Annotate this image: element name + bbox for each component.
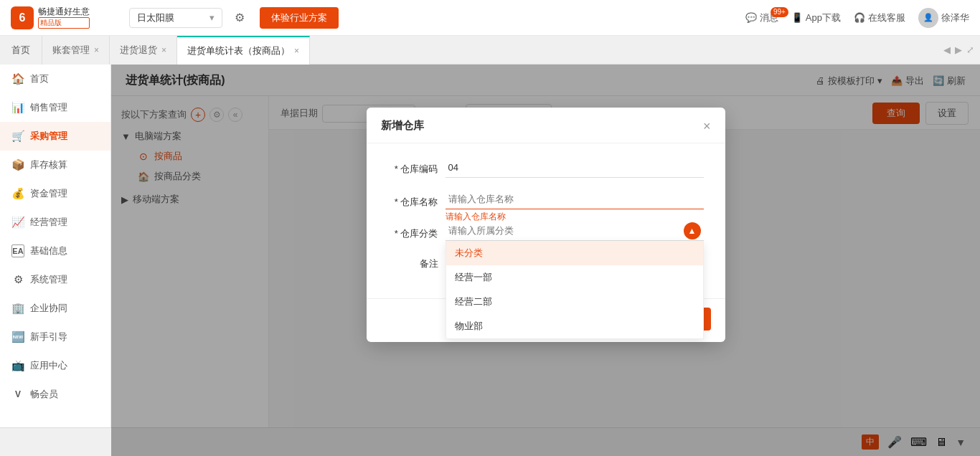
category-dropdown-icon[interactable]: ▲ (684, 222, 701, 239)
tab-accounts[interactable]: 账套管理 × (42, 36, 110, 65)
sidebar-item-member[interactable]: V 畅会员 (0, 380, 110, 409)
sidebar-item-company[interactable]: 🏢 企业协同 (0, 294, 110, 323)
purchase-icon: 🛒 (11, 130, 24, 143)
sidebar-item-finance-label: 资金管理 (30, 187, 67, 200)
online-service-button[interactable]: 🎧 在线客服 (854, 11, 905, 24)
category-dropdown-list: 未分类 经营一部 经营二部 物业部 (446, 241, 704, 339)
sidebar-item-basic-label: 基础信息 (30, 244, 67, 257)
remark-label: 备注 (388, 252, 446, 270)
avatar: 👤 (918, 8, 938, 28)
app-download-button[interactable]: 📱 App下载 (791, 11, 841, 24)
warehouse-category-input[interactable] (446, 221, 704, 241)
sidebar-item-business[interactable]: 📈 经营管理 (0, 208, 110, 237)
tab-purchase-return-close-icon[interactable]: × (161, 45, 166, 55)
sidebar-item-finance[interactable]: 💰 资金管理 (0, 179, 110, 208)
online-service-label: 在线客服 (868, 11, 905, 24)
headset-icon: 🎧 (854, 12, 865, 23)
system-icon: ⚙ (11, 273, 24, 286)
sidebar: 🏠 首页 📊 销售管理 🛒 采购管理 📦 库存核算 💰 资金管理 📈 经营管理 … (0, 65, 111, 456)
warehouse-code-label: * 仓库编码 (388, 158, 446, 176)
store-name: 日太阳膜 (137, 11, 174, 24)
modal-header: 新增仓库 × (367, 108, 725, 143)
modal-body: * 仓库编码 * 仓库名称 请输入仓库名称 * 仓 (367, 143, 725, 298)
trial-button[interactable]: 体验行业方案 (260, 7, 339, 29)
logo-area: 6 畅捷通好生意 精品版 (11, 6, 122, 29)
tab-accounts-label: 账套管理 (52, 44, 90, 57)
dropdown-item-property[interactable]: 物业部 (446, 314, 703, 338)
sidebar-item-home[interactable]: 🏠 首页 (0, 65, 110, 93)
warehouse-name-input[interactable] (446, 189, 704, 209)
home-tab-label: 首页 (11, 44, 30, 57)
sidebar-item-purchase-label: 采购管理 (30, 130, 67, 143)
tab-purchase-return[interactable]: 进货退货 × (110, 36, 177, 65)
sidebar-item-inventory-label: 库存核算 (30, 158, 67, 171)
modal-overlay: 新增仓库 × * 仓库编码 * 仓库名称 请输 (111, 65, 980, 456)
sidebar-item-guide-label: 新手引导 (30, 331, 67, 343)
finance-icon: 💰 (11, 187, 24, 200)
app-center-icon: 📺 (11, 359, 24, 372)
logo-badge: 精品版 (38, 17, 90, 29)
tab-next-icon[interactable]: ▶ (955, 44, 962, 55)
warehouse-category-label: * 仓库分类 (388, 222, 446, 240)
basic-info-icon: EA (11, 244, 24, 257)
store-selector[interactable]: 日太阳膜 ▾ (129, 8, 222, 28)
business-icon: 📈 (11, 216, 24, 229)
modal-close-button[interactable]: × (703, 120, 711, 133)
sidebar-item-guide[interactable]: 🆕 新手引导 (0, 323, 110, 351)
app-download-label: App下载 (806, 11, 841, 24)
warehouse-name-label: * 仓库名称 (388, 191, 446, 209)
message-icon: 💬 (745, 12, 757, 23)
sidebar-item-system[interactable]: ⚙ 系统管理 (0, 265, 110, 294)
tab-accounts-close-icon[interactable]: × (94, 45, 99, 55)
dropdown-item-ops1[interactable]: 经营一部 (446, 265, 703, 290)
user-profile-button[interactable]: 👤 徐泽华 (918, 8, 969, 28)
top-header: 6 畅捷通好生意 精品版 日太阳膜 ▾ ⚙ 体验行业方案 💬 消息 99+ 📱 … (0, 0, 980, 36)
warehouse-code-input[interactable] (446, 158, 704, 178)
sidebar-item-sales-label: 销售管理 (30, 101, 67, 114)
modal-title: 新增仓库 (381, 119, 424, 133)
tab-purchase-return-label: 进货退货 (120, 44, 157, 57)
sidebar-item-business-label: 经营管理 (30, 216, 67, 229)
inventory-icon: 📦 (11, 158, 24, 171)
tab-prev-icon[interactable]: ◀ (943, 44, 951, 55)
tab-home[interactable]: 首页 (0, 36, 42, 65)
warehouse-category-wrapper: ▲ 未分类 经营一部 经营二部 物业部 (446, 221, 704, 241)
sidebar-item-system-label: 系统管理 (30, 273, 67, 286)
tab-expand-icon[interactable]: ⤢ (966, 44, 974, 55)
member-icon: V (11, 388, 24, 401)
message-badge: 99+ (771, 7, 788, 17)
tab-purchase-stats[interactable]: 进货单统计表（按商品） × (177, 36, 310, 65)
sidebar-item-app-center-label: 应用中心 (30, 359, 67, 372)
guide-icon: 🆕 (11, 331, 24, 343)
tab-right-controls: ◀ ▶ ⤢ (943, 44, 980, 55)
tab-purchase-stats-label: 进货单统计表（按商品） (187, 44, 290, 57)
user-name: 徐泽华 (941, 11, 969, 24)
tab-purchase-stats-close-icon[interactable]: × (294, 46, 299, 56)
sales-icon: 📊 (11, 101, 24, 114)
sidebar-item-basic[interactable]: EA 基础信息 (0, 237, 110, 265)
dropdown-arrow-icon: ▾ (209, 12, 215, 23)
dropdown-item-unclassified[interactable]: 未分类 (446, 241, 703, 265)
sidebar-item-app-center[interactable]: 📺 应用中心 (0, 351, 110, 380)
content-area: 进货单统计(按商品) 🖨 按模板打印 ▾ 📤 导出 🔄 刷新 (111, 65, 980, 456)
sidebar-item-company-label: 企业协同 (30, 302, 67, 315)
logo-icon: 6 (11, 6, 34, 29)
sidebar-item-member-label: 畅会员 (30, 388, 58, 401)
messages-button[interactable]: 💬 消息 99+ (745, 11, 778, 24)
dropdown-item-ops2[interactable]: 经营二部 (446, 290, 703, 314)
logo-text: 畅捷通好生意 (38, 6, 90, 18)
sidebar-item-sales[interactable]: 📊 销售管理 (0, 93, 110, 122)
home-icon: 🏠 (11, 72, 24, 85)
sidebar-item-home-label: 首页 (30, 72, 49, 85)
sidebar-item-purchase[interactable]: 🛒 采购管理 (0, 122, 110, 151)
warehouse-category-row: * 仓库分类 ▲ 未分类 经营一部 经营二部 物业部 (388, 221, 704, 241)
warehouse-modal: 新增仓库 × * 仓库编码 * 仓库名称 请输 (367, 108, 725, 342)
phone-icon: 📱 (791, 12, 803, 23)
warehouse-name-row: * 仓库名称 请输入仓库名称 (388, 189, 704, 209)
settings-icon[interactable]: ⚙ (228, 6, 251, 29)
sidebar-item-inventory[interactable]: 📦 库存核算 (0, 151, 110, 179)
company-icon: 🏢 (11, 302, 24, 315)
header-right: 💬 消息 99+ 📱 App下载 🎧 在线客服 👤 徐泽华 (745, 8, 969, 28)
main-layout: 🏠 首页 📊 销售管理 🛒 采购管理 📦 库存核算 💰 资金管理 📈 经营管理 … (0, 65, 980, 456)
warehouse-code-row: * 仓库编码 (388, 158, 704, 178)
